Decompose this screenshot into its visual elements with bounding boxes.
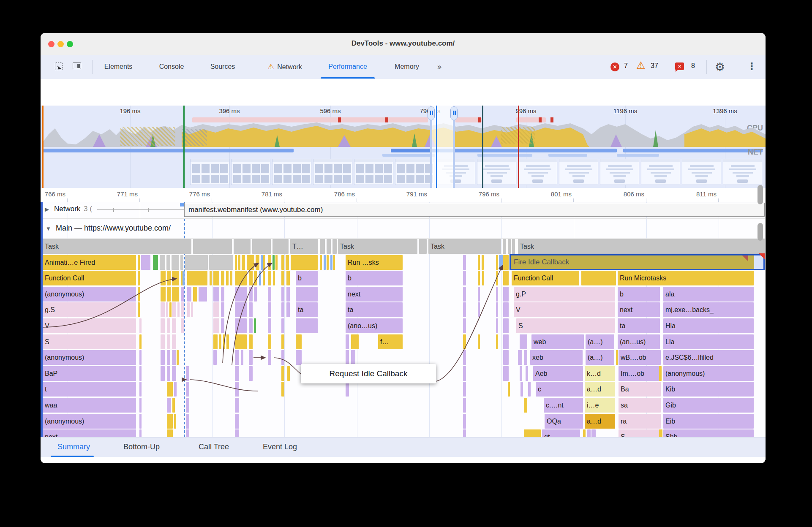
- flame-segment[interactable]: [249, 350, 253, 365]
- flame-segment[interactable]: [167, 414, 173, 429]
- flame-segment[interactable]: [221, 302, 224, 317]
- flame-segment[interactable]: c: [536, 382, 583, 397]
- flame-segment[interactable]: [286, 271, 290, 285]
- flame-segment[interactable]: [524, 429, 541, 437]
- device-toolbar-icon[interactable]: [73, 62, 81, 69]
- screenshot-thumbnail[interactable]: [518, 159, 557, 185]
- flame-segment[interactable]: [478, 302, 480, 317]
- flame-segment[interactable]: [478, 271, 480, 285]
- flame-segment[interactable]: (an…us): [618, 334, 660, 349]
- screenshot-thumbnail[interactable]: [641, 159, 680, 185]
- flame-segment[interactable]: Im.…ob: [619, 366, 661, 381]
- kebab-menu-icon[interactable]: ⋮: [747, 61, 757, 72]
- flame-segment[interactable]: [463, 350, 466, 365]
- flame-segment[interactable]: V: [514, 302, 615, 317]
- flame-segment[interactable]: [419, 239, 427, 254]
- flame-segment[interactable]: [478, 287, 480, 302]
- flame-segment[interactable]: [209, 255, 233, 270]
- flame-segment[interactable]: [174, 414, 176, 429]
- selection-drag-handle[interactable]: [428, 106, 435, 120]
- flame-segment[interactable]: g.P: [514, 287, 615, 302]
- details-tab-call-tree[interactable]: Call Tree: [199, 443, 229, 451]
- flame-segment[interactable]: Run Microtasks: [618, 271, 754, 285]
- screenshot-thumbnail[interactable]: [600, 159, 639, 185]
- flame-segment[interactable]: [141, 255, 150, 270]
- flame-segment[interactable]: [180, 255, 183, 270]
- vertical-scrollbar-thumb[interactable]: [758, 185, 763, 204]
- tab-network[interactable]: ⚠Network: [267, 55, 302, 79]
- more-tabs-button[interactable]: »: [437, 55, 442, 79]
- flame-segment[interactable]: [346, 350, 349, 365]
- flame-segment[interactable]: [139, 398, 142, 413]
- flame-segment[interactable]: [346, 382, 349, 397]
- flame-segment[interactable]: [235, 366, 239, 381]
- flame-segment[interactable]: [333, 255, 335, 270]
- flame-segment[interactable]: [463, 398, 466, 413]
- main-track-disclosure-triangle[interactable]: ▼: [46, 225, 51, 232]
- flame-segment[interactable]: Kib: [663, 382, 754, 397]
- flame-segment[interactable]: [139, 429, 142, 437]
- flame-segment[interactable]: Task: [428, 239, 501, 254]
- flame-segment[interactable]: a…d: [585, 414, 615, 429]
- details-tab-event-log[interactable]: Event Log: [263, 443, 297, 451]
- flame-segment[interactable]: [463, 302, 466, 317]
- flame-segment[interactable]: [172, 255, 179, 270]
- flame-segment[interactable]: Task: [43, 239, 191, 254]
- flame-segment[interactable]: OQa: [545, 414, 583, 429]
- flame-segment[interactable]: [263, 255, 265, 270]
- tab-sources[interactable]: Sources: [210, 55, 235, 79]
- flame-segment[interactable]: [346, 334, 349, 349]
- flame-segment[interactable]: [191, 302, 193, 317]
- flame-segment[interactable]: [496, 334, 498, 349]
- flame-segment[interactable]: [463, 382, 466, 397]
- flame-segment[interactable]: [254, 287, 257, 302]
- flame-segment[interactable]: [503, 271, 509, 285]
- flame-segment[interactable]: [296, 318, 318, 333]
- flame-segment[interactable]: [524, 398, 527, 413]
- selection-region[interactable]: [431, 106, 453, 188]
- flame-segment[interactable]: gt: [542, 429, 580, 437]
- flame-segment[interactable]: [252, 239, 271, 254]
- flame-segment[interactable]: [463, 318, 466, 333]
- flame-segment[interactable]: [187, 287, 191, 302]
- flame-segment[interactable]: [221, 271, 224, 285]
- flame-segment[interactable]: [161, 350, 165, 365]
- flame-segment[interactable]: [186, 414, 189, 429]
- flame-segment[interactable]: [210, 271, 212, 285]
- flame-segment[interactable]: f…: [378, 334, 403, 349]
- flame-segment[interactable]: (a…): [586, 350, 614, 365]
- flame-segment[interactable]: [508, 239, 511, 254]
- flame-segment[interactable]: [259, 271, 261, 285]
- flame-segment[interactable]: [186, 382, 189, 397]
- flame-segment[interactable]: [463, 366, 466, 381]
- selected-event-bar[interactable]: Fire Idle Callback: [511, 255, 754, 269]
- flame-segment[interactable]: Lla: [663, 334, 754, 349]
- flame-segment[interactable]: Hla: [663, 318, 754, 333]
- flame-segment[interactable]: [324, 255, 326, 270]
- flame-segment[interactable]: [327, 255, 329, 270]
- flame-segment[interactable]: [161, 318, 165, 333]
- flame-segment[interactable]: [286, 287, 290, 302]
- flame-segment[interactable]: [235, 398, 239, 413]
- flame-segment[interactable]: xeb: [530, 350, 583, 365]
- flame-segment[interactable]: [177, 302, 180, 317]
- flame-segment[interactable]: [503, 239, 506, 254]
- flame-segment[interactable]: T…: [290, 239, 318, 254]
- flame-segment[interactable]: [139, 318, 142, 333]
- flame-segment[interactable]: [235, 350, 239, 365]
- screenshot-thumbnail[interactable]: [190, 159, 229, 185]
- flame-segment[interactable]: [213, 271, 219, 285]
- flame-segment[interactable]: c.…nt: [544, 398, 583, 413]
- flame-segment[interactable]: [167, 382, 173, 397]
- screenshot-thumbnail[interactable]: [395, 159, 434, 185]
- screenshot-thumbnail[interactable]: [313, 159, 352, 185]
- flame-segment[interactable]: (anonymous): [43, 350, 136, 365]
- flame-segment[interactable]: [659, 429, 662, 437]
- flame-segment[interactable]: waa: [43, 398, 136, 413]
- flame-segment[interactable]: [482, 271, 484, 285]
- details-tab-summary[interactable]: Summary: [57, 443, 90, 451]
- flame-segment[interactable]: (anonymous): [43, 287, 136, 302]
- flame-segment[interactable]: [320, 255, 322, 270]
- flame-segment[interactable]: [138, 302, 140, 317]
- flame-segment[interactable]: [230, 271, 232, 285]
